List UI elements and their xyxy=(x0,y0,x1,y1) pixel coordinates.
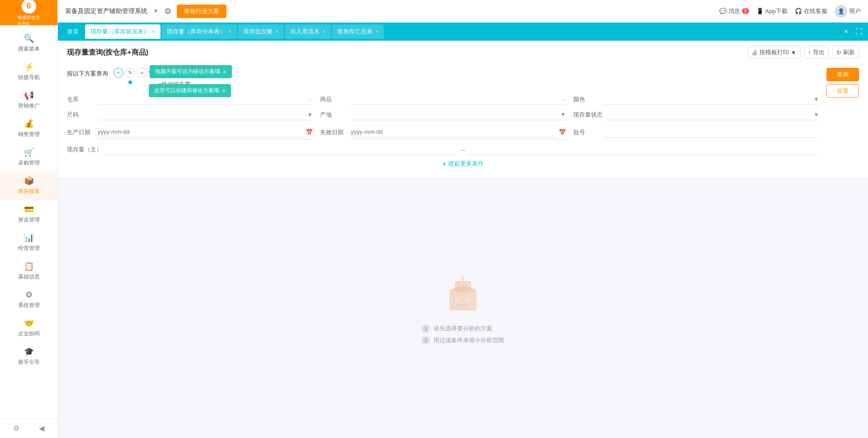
sidebar-logo: 6 畅通好生意 标准版 xyxy=(0,0,57,25)
size-select[interactable]: ▼ xyxy=(98,109,313,120)
product-more-icon[interactable]: ··· xyxy=(561,96,566,103)
stock-qty-max-input[interactable] xyxy=(467,144,820,155)
batch-label: 批号 xyxy=(573,128,600,137)
tab-close-icon[interactable]: × xyxy=(322,29,326,34)
online-support-button[interactable]: 🎧 在线客服 xyxy=(795,7,827,15)
calendar-icon-expire[interactable]: 📅 xyxy=(559,129,566,136)
system-dropdown-icon[interactable]: ▼ xyxy=(153,8,159,14)
print-label: 按模板打印 xyxy=(760,48,789,57)
experience-button[interactable]: 体验行业方案 xyxy=(177,5,226,18)
produce-date-input[interactable] xyxy=(98,127,304,137)
tab-label: 库存批次账 xyxy=(243,28,273,36)
prev-scheme-button[interactable]: « xyxy=(137,68,147,78)
product-select[interactable]: ··· xyxy=(351,94,566,105)
header-left: 装备及固定资产辅助管理系统 ▼ ⚙ 体验行业方案 xyxy=(65,5,226,18)
export-button[interactable]: ↑ 导出 xyxy=(804,46,829,59)
stock-qty-range: — xyxy=(106,144,819,155)
edit-scheme-button[interactable]: ✎ xyxy=(125,68,135,78)
sidebar-collapse-button[interactable]: ◀ xyxy=(39,424,44,433)
reset-button[interactable]: 设置 xyxy=(826,84,859,98)
tab-fullscreen-icon[interactable]: ⛶ xyxy=(854,26,864,38)
collapse-bar[interactable]: ∧ 收起更多条件 xyxy=(67,155,859,172)
tip-text-1: 请先选择要分析的方案 xyxy=(434,325,492,333)
sidebar-item-label: 快捷导航 xyxy=(18,74,40,81)
tab-home-label: 首页 xyxy=(67,28,79,36)
page-content: 现存量查询(按仓库+商品) 🖨 按模板打印 ▼ ↑ 导出 ↻ 刷新 xyxy=(58,41,868,438)
settings-icon[interactable]: ⚙ xyxy=(164,6,171,16)
search-icon: 🔍 xyxy=(24,33,34,43)
app-logo-text: 畅通好生意 标准版 xyxy=(18,14,40,27)
sidebar-item-search[interactable]: 🔍 搜索菜单 xyxy=(0,29,57,57)
sidebar-item-capital[interactable]: 💳 资金管理 xyxy=(0,200,57,228)
warehouse-more-icon[interactable]: ··· xyxy=(308,96,313,103)
export-label: 导出 xyxy=(813,48,825,57)
filter-row-4: 现存量（主） — xyxy=(67,144,819,155)
batch-input[interactable] xyxy=(604,127,819,138)
message-button[interactable]: 💬 消息 9 xyxy=(719,7,749,15)
tab-close-all-icon[interactable]: × xyxy=(842,26,850,38)
print-button[interactable]: 🖨 按模板打印 ▼ xyxy=(748,46,801,59)
color-select[interactable]: ▼ xyxy=(604,94,819,105)
origin-select[interactable]: ▼ xyxy=(351,109,566,120)
collapse-label: 收起更多条件 xyxy=(448,160,484,168)
filter-field-expire-date: 失效日期 📅 xyxy=(320,125,566,140)
sidebar-item-purchase[interactable]: 🛒 采购管理 xyxy=(0,143,57,171)
svg-rect-4 xyxy=(455,281,471,293)
user-menu[interactable]: 👤 用户 xyxy=(835,5,861,18)
origin-dropdown-icon: ▼ xyxy=(560,111,566,118)
tooltip-close-1[interactable]: × xyxy=(223,68,226,75)
query-buttons: 查询 设置 xyxy=(826,68,859,155)
refresh-button[interactable]: ↻ 刷新 xyxy=(832,46,859,59)
origin-label: 产地 xyxy=(320,111,347,119)
refresh-label: 刷新 xyxy=(843,48,855,57)
color-label: 颜色 xyxy=(573,95,600,104)
tab-close-icon[interactable]: × xyxy=(375,29,378,34)
tab-close-icon[interactable]: × xyxy=(275,29,278,34)
phone-icon: 📱 xyxy=(756,8,764,14)
expire-date-input[interactable] xyxy=(351,127,557,137)
svg-point-3 xyxy=(466,298,471,302)
filter-field-stock-status: 现存量状态 ▼ xyxy=(573,109,819,120)
stock-status-label: 现存量状态 xyxy=(573,111,603,119)
tab-inventory-status[interactable]: 现存量（库存状况表） × xyxy=(85,24,160,39)
calendar-icon[interactable]: 📅 xyxy=(306,129,313,136)
sidebar-settings-button[interactable]: ⚙ xyxy=(13,424,19,433)
message-badge: 9 xyxy=(742,8,749,14)
stock-qty-min-input[interactable] xyxy=(106,144,458,155)
color-dropdown-icon: ▼ xyxy=(813,96,819,103)
stock-status-dropdown-icon: ▼ xyxy=(813,111,819,118)
tab-receive-summary[interactable]: 收发存汇总表 × xyxy=(332,24,384,39)
tab-home[interactable]: 首页 xyxy=(61,24,84,39)
sidebar-item-inventory[interactable]: 📦 库存核算 xyxy=(0,171,57,200)
sidebar-item-sales[interactable]: 💰 销售管理 xyxy=(0,114,57,143)
system-icon: ⚙ xyxy=(25,290,33,300)
add-scheme-button[interactable]: + xyxy=(113,68,123,78)
enterprise-icon: 🤝 xyxy=(24,318,34,328)
svg-point-7 xyxy=(458,284,460,286)
tooltip-close-2[interactable]: × xyxy=(222,87,226,94)
tab-inventory-dist[interactable]: 现存量（库存分布表） × xyxy=(161,24,237,39)
app-download-button[interactable]: 📱 App下载 xyxy=(756,7,788,15)
tab-close-icon[interactable]: × xyxy=(152,29,155,34)
sidebar-item-guide[interactable]: 🎓 新手引导 xyxy=(0,342,57,371)
sidebar-item-system[interactable]: ⚙ 系统管理 xyxy=(0,285,57,314)
stock-status-select[interactable]: ▼ xyxy=(606,109,819,120)
sidebar-item-operations[interactable]: 📊 经营管理 xyxy=(0,228,57,257)
filter-header-row: 按以下方案查询 + ✎ « 电脑方案可设为移动方案哦 × xyxy=(67,68,819,89)
sidebar-item-marketing[interactable]: 📢 营销推广 xyxy=(0,86,57,114)
tab-close-icon[interactable]: × xyxy=(228,29,231,34)
sidebar-item-label: 基础信息 xyxy=(18,273,40,281)
tab-in-out-flow[interactable]: 出入库流水 × xyxy=(285,24,331,39)
filter-field-size: 尺码 ▼ xyxy=(67,109,313,120)
tip-num-1: 1 xyxy=(422,325,430,333)
query-button[interactable]: 查询 xyxy=(826,68,859,81)
sidebar-item-basic-info[interactable]: 📋 基础信息 xyxy=(0,257,57,285)
svg-point-10 xyxy=(462,276,464,279)
filter-header-actions: + ✎ « 电脑方案可设为移动方案哦 × xyxy=(113,68,147,78)
tab-batch-account[interactable]: 库存批次账 × xyxy=(238,24,284,39)
sidebar-item-enterprise[interactable]: 🤝 企业协同 xyxy=(0,314,57,342)
filter-field-batch: 批号 xyxy=(573,127,819,138)
sidebar-item-quick-nav[interactable]: ⚡ 快捷导航 xyxy=(0,57,57,86)
collapse-up-icon: ∧ xyxy=(442,160,447,167)
user-label: 用户 xyxy=(849,7,861,15)
